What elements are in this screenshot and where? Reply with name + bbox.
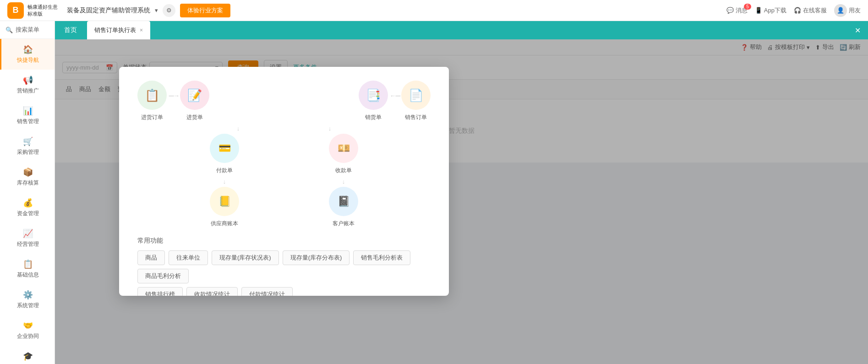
app-download-button[interactable]: 📱 App下载 (755, 6, 786, 15)
sidebar-item-label: 营销推广 (17, 87, 39, 95)
sidebar-item-label: 基础信息 (17, 271, 39, 279)
purchase-label: 进货单 (186, 114, 203, 121)
marketing-icon: 📢 (23, 75, 33, 85)
logo-icon: B (7, 2, 24, 19)
sidebar-item-label: 快捷导航 (17, 56, 39, 64)
tab-home[interactable]: 首页 (55, 21, 86, 39)
receipt-label: 收款单 (335, 167, 352, 174)
system-name: 装备及固定资产辅助管理系统 (67, 6, 150, 15)
sidebar-item-enterprise[interactable]: 🤝 企业协同 (0, 315, 55, 346)
message-button[interactable]: 💬 消息 5 (726, 6, 748, 15)
finance-icon: 💰 (23, 198, 33, 208)
chevron-down-icon: ▾ (155, 7, 158, 14)
sidebar-item-system[interactable]: ⚙️ 系统管理 (0, 284, 55, 315)
sidebar-item-label: 资金管理 (17, 210, 39, 217)
arrow-right-dash: - - - - → (169, 92, 178, 110)
system-icon: ⚙️ (23, 290, 33, 300)
logo-text: 畅康通好生意 标准版 (27, 4, 58, 17)
modal-overlay[interactable]: 📋 进货订单 - - - - → 📝 进货单 (55, 39, 868, 364)
func-btn-sales-rank[interactable]: 销售排行榜 (137, 287, 183, 296)
sidebar-item-guide[interactable]: 🎓 新手引导 (0, 346, 55, 364)
guide-icon: 🎓 (23, 351, 33, 361)
flow-node-customer-ledger: 📓 客户账本 (329, 187, 358, 228)
sidebar: 🔍 搜索菜单 🏠 快捷导航 📢 营销推广 📊 销售管理 🛒 采购管理 📦 库存核… (0, 21, 55, 364)
sales-icon: 📑 (359, 81, 388, 110)
func-btn-product[interactable]: 商品 (137, 250, 165, 265)
sidebar-item-marketing[interactable]: 📢 营销推广 (0, 70, 55, 100)
online-service-button[interactable]: 🎧 在线客服 (794, 6, 827, 15)
sales-label: 销货单 (365, 114, 382, 121)
service-icon: 🎧 (794, 7, 801, 14)
operations-icon: 📈 (23, 228, 33, 239)
common-title: 常用功能 (137, 237, 431, 245)
supplier-ledger-label: 供应商账本 (211, 220, 238, 228)
purchase-icon: 📝 (180, 81, 209, 110)
func-buttons: 商品 往来单位 现存量(库存状况表) 现存量(库存分布表) 销售毛利分析表 商品… (137, 250, 431, 283)
message-icon: 💬 (726, 7, 734, 14)
flow-left-row: 📋 进货订单 - - - - → 📝 进货单 (137, 81, 209, 121)
sidebar-item-purchase[interactable]: 🛒 采购管理 (0, 131, 55, 162)
settings-button[interactable]: ⚙ (163, 4, 175, 17)
receipt-icon: 💴 (329, 134, 358, 163)
func-btn-partner[interactable]: 往来单位 (169, 250, 208, 265)
sidebar-search[interactable]: 🔍 搜索菜单 (0, 21, 55, 39)
flow-node-sales-order: 📄 销售订单 (401, 81, 431, 121)
sales-order-icon: 📄 (401, 81, 431, 110)
func-btn-sales-margin[interactable]: 销售毛利分析表 (353, 250, 410, 265)
flow-row2: 💳 付款单 💴 收款单 (137, 134, 431, 174)
sidebar-item-basicinfo[interactable]: 📋 基础信息 (0, 254, 55, 284)
avatar: 👤 (834, 4, 847, 17)
sidebar-item-label: 库存核算 (17, 179, 39, 187)
func-btn-stock-dist[interactable]: 现存量(库存分布表) (283, 250, 350, 265)
sidebar-item-inventory[interactable]: 📦 库存核算 (0, 162, 55, 192)
sidebar-item-quicknav[interactable]: 🏠 快捷导航 (0, 39, 55, 70)
sidebar-item-sales[interactable]: 📊 销售管理 (0, 100, 55, 131)
sidebar-item-finance[interactable]: 💰 资金管理 (0, 192, 55, 223)
user-menu[interactable]: 👤 用友 (834, 4, 861, 17)
customer-ledger-label: 客户账本 (333, 220, 355, 228)
trial-button[interactable]: 体验行业方案 (180, 4, 230, 17)
flow-node-payment: 💳 付款单 (210, 134, 239, 174)
flow-node-receipt: 💴 收款单 (329, 134, 358, 174)
header-dropdown[interactable]: ▾ (155, 7, 158, 14)
tab-close-icon[interactable]: × (140, 27, 143, 33)
customer-ledger-icon: 📓 (329, 187, 358, 216)
flow-right-row: 📑 销货单 ← - - - - 📄 销售订单 (359, 81, 431, 121)
tab-bar: 首页 销售订单执行表 × ✕ (55, 21, 868, 39)
purchase-order-label: 进货订单 (141, 114, 163, 121)
sidebar-item-label: 经营管理 (17, 240, 39, 248)
flow-node-sales: 📑 销货单 (359, 81, 388, 121)
purchase-order-icon: 📋 (137, 81, 167, 110)
func-btn-payment-stats[interactable]: 付款情况统计 (241, 287, 293, 296)
sidebar-item-label: 系统管理 (17, 302, 39, 310)
arrow-left-dash: ← - - - - (390, 92, 399, 110)
flow-node-purchase-order: 📋 进货订单 (137, 81, 167, 121)
payment-icon: 💳 (210, 134, 239, 163)
down-arrow-purchase: ↓ (137, 125, 284, 132)
tab-sales-order[interactable]: 销售订单执行表 × (87, 21, 150, 39)
top-header: B 畅康通好生意 标准版 装备及固定资产辅助管理系统 ▾ ⚙ 体验行业方案 💬 … (0, 0, 868, 21)
flow-node-purchase: 📝 进货单 (180, 81, 209, 121)
func-btn-stock-status[interactable]: 现存量(库存状况表) (212, 250, 279, 265)
common-functions: 常用功能 商品 往来单位 现存量(库存状况表) 现存量(库存分布表) 销售毛利分… (137, 237, 431, 296)
flow-row3: 📒 供应商账本 📓 客户账本 (137, 187, 431, 228)
download-icon: 📱 (755, 7, 762, 14)
content-area: 首页 销售订单执行表 × ✕ ❓ 帮助 🖨 按模板打印 ▾ (55, 21, 868, 364)
inventory-icon: 📦 (23, 167, 33, 177)
home-icon: 🏠 (23, 44, 33, 54)
flow-modal: 📋 进货订单 - - - - → 📝 进货单 (119, 67, 449, 296)
sidebar-item-label: 采购管理 (17, 148, 39, 156)
func-btn-product-margin[interactable]: 商品毛利分析 (137, 269, 189, 283)
flow-node-supplier-ledger: 📒 供应商账本 (210, 187, 239, 228)
sidebar-item-label: 企业协同 (17, 332, 39, 340)
page-content: ❓ 帮助 🖨 按模板打印 ▾ ⬆ 导出 🔄 刷新 (55, 39, 868, 364)
down-arrow-sales: ↓ (284, 125, 431, 132)
sales-order-label: 销售订单 (405, 114, 427, 121)
enterprise-icon: 🤝 (23, 321, 33, 331)
sidebar-item-operations[interactable]: 📈 经营管理 (0, 223, 55, 254)
sidebar-item-label: 销售管理 (17, 118, 39, 125)
payment-label: 付款单 (216, 167, 233, 174)
header-left: B 畅康通好生意 标准版 装备及固定资产辅助管理系统 ▾ ⚙ 体验行业方案 (7, 2, 230, 19)
tab-bar-close-button[interactable]: ✕ (847, 26, 868, 35)
func-btn-receipt-stats[interactable]: 收款情况统计 (186, 287, 238, 296)
